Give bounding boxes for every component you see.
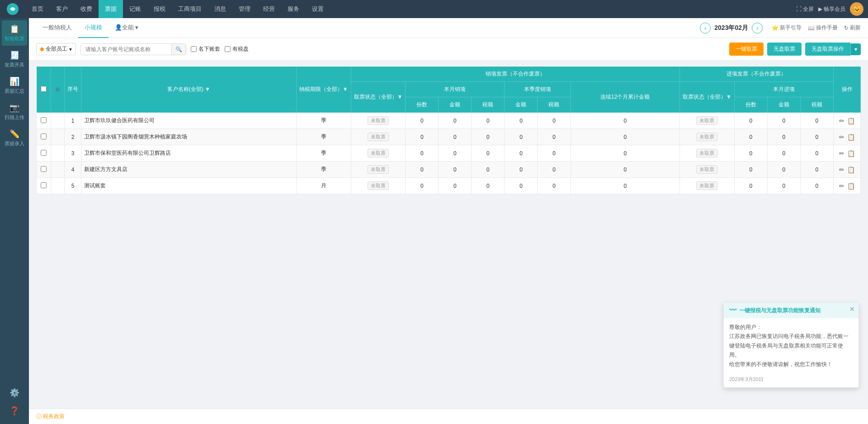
own-accounts-filter[interactable]: 名下账套 <box>191 45 220 53</box>
sidebar-item-smart-ticket[interactable]: 📋 智能取票 <box>2 20 27 46</box>
select-all-checkbox[interactable] <box>41 86 47 92</box>
row-view-icon[interactable]: 📋 <box>847 133 855 141</box>
row-checkbox-4[interactable] <box>41 182 47 188</box>
tab-all-capable[interactable]: 👤 全能 ▾ <box>108 18 145 38</box>
row-checkbox-1[interactable] <box>41 133 47 139</box>
row-purchase-month-tax: 0 <box>800 129 833 145</box>
own-accounts-checkbox[interactable] <box>191 46 197 52</box>
member-button[interactable]: ▶ 畅享会员 <box>818 5 845 13</box>
th-purchase-status[interactable]: 取票状态（全部）▼ <box>679 82 734 113</box>
row-purchase-month-tax: 0 <box>800 113 833 129</box>
row-settings-cell <box>51 113 65 129</box>
tax-policy-link[interactable]: ⓘ 税务政策 <box>36 413 65 419</box>
row-sales-month-tax: 0 <box>472 129 505 145</box>
smart-ticket-icon: 📋 <box>9 24 19 34</box>
refresh-link[interactable]: ↻ 刷新 <box>844 24 861 32</box>
search-input[interactable] <box>81 44 171 55</box>
date-navigator: ‹ 2023年02月 › <box>700 23 763 33</box>
sidebar-item-settings[interactable]: ⚙️ <box>2 384 27 401</box>
member-icon: ▶ <box>818 6 822 12</box>
row-purchase-month-amount: 0 <box>767 178 800 194</box>
row-view-icon[interactable]: 📋 <box>847 166 855 173</box>
employee-filter[interactable]: 全部员工 ▾ <box>36 43 76 55</box>
nav-messages[interactable]: 消息 <box>208 0 232 18</box>
has-tax-disk-filter[interactable]: 有税盘 <box>225 45 249 53</box>
table-settings-icon[interactable]: ⚙ <box>55 86 60 93</box>
row-checkbox-2[interactable] <box>41 150 47 156</box>
nav-tickets[interactable]: 票据 <box>99 0 123 18</box>
sidebar-item-invoice-summary[interactable]: 📊 票据汇总 <box>2 73 27 98</box>
sidebar-item-help[interactable]: ❓ <box>2 402 27 419</box>
th-actions: 操作 <box>834 67 861 113</box>
nav-operations[interactable]: 经营 <box>257 0 281 18</box>
sidebar-item-invoice-open[interactable]: 🧾 发票开具 <box>2 47 27 72</box>
row-edit-icon[interactable]: ✏ <box>839 182 844 190</box>
row-purchase-status: 未取票 <box>679 145 734 162</box>
row-edit-icon[interactable]: ✏ <box>839 150 844 157</box>
row-sales-month-amount: 0 <box>439 178 472 194</box>
sidebar-item-scan-upload[interactable]: 📷 扫描上传 <box>2 99 27 124</box>
row-purchase-month-amount: 0 <box>767 162 800 178</box>
tab-small-scale[interactable]: 小规模 <box>78 18 108 38</box>
th-tax-period[interactable]: 纳税期限（全部）▼ <box>296 67 351 113</box>
row-sales-month-tax: 0 <box>472 178 505 194</box>
sub-tabs-bar: 一般纳税人 小规模 👤 全能 ▾ ‹ 2023年02月 › ⭐ 新手引导 📖 操… <box>29 18 868 38</box>
row-edit-icon[interactable]: ✏ <box>839 133 844 141</box>
user-avatar[interactable]: 🐱 <box>850 2 863 16</box>
new-guide-icon: ⭐ <box>772 25 778 31</box>
date-prev-button[interactable]: ‹ <box>700 23 711 33</box>
row-purchase-month-amount: 0 <box>767 145 800 162</box>
row-purchase-status: 未取票 <box>679 178 734 194</box>
nav-tax[interactable]: 报税 <box>147 0 172 18</box>
search-button[interactable]: 🔍 <box>171 44 186 55</box>
nav-business[interactable]: 工商项目 <box>172 0 208 18</box>
row-actions-cell: ✏ 📋 <box>834 113 861 129</box>
no-disk-ops-dropdown-button[interactable]: ▾ <box>850 43 861 55</box>
app-logo <box>5 1 21 17</box>
nav-billing[interactable]: 收费 <box>74 0 99 18</box>
has-tax-disk-checkbox[interactable] <box>225 46 231 52</box>
row-actions-cell: ✏ 📋 <box>834 145 861 162</box>
row-purchase-status: 未取票 <box>679 129 734 145</box>
th-client-name[interactable]: 客户名称(全部) ▼ <box>81 67 297 113</box>
nav-settings[interactable]: 设置 <box>306 0 330 18</box>
nav-services[interactable]: 服务 <box>281 0 306 18</box>
row-checkbox-3[interactable] <box>41 166 47 172</box>
row-sales-quarter-amount: 0 <box>505 129 538 145</box>
row-purchase-month-count: 0 <box>734 162 767 178</box>
th-sales-status[interactable]: 取票状态（全部）▼ <box>351 82 406 113</box>
nav-clients[interactable]: 客户 <box>50 0 74 18</box>
row-view-icon[interactable]: 📋 <box>847 150 855 157</box>
sidebar: 📋 智能取票 🧾 发票开具 📊 票据汇总 📷 扫描上传 ✏️ 票据录入 ⚙️ ❓ <box>0 18 29 424</box>
row-purchase-month-tax: 0 <box>800 145 833 162</box>
row-edit-icon[interactable]: ✏ <box>839 166 844 173</box>
tab-all-dropdown-icon: ▾ <box>135 24 138 31</box>
row-edit-icon[interactable]: ✏ <box>839 117 844 124</box>
tab-general-taxpayer[interactable]: 一般纳税人 <box>36 18 78 38</box>
row-sales-month-count: 0 <box>406 145 439 162</box>
date-next-button[interactable]: › <box>752 23 763 33</box>
new-guide-link[interactable]: ⭐ 新手引导 <box>772 24 802 32</box>
fullscreen-button[interactable]: ⛶ 全屏 <box>796 5 814 13</box>
row-cumulative: 0 <box>571 178 679 194</box>
row-sales-month-count: 0 <box>406 162 439 178</box>
row-checkbox-0[interactable] <box>41 117 47 123</box>
row-purchase-month-count: 0 <box>734 145 767 162</box>
no-disk-ticket-button[interactable]: 无盘取票 <box>767 43 802 56</box>
notification-popup: ✕ 〰 一键报税与无盘取票功能恢复通知 尊敬的用户： 江苏政务网已恢复访问电子税… <box>723 302 859 388</box>
popup-close-button[interactable]: ✕ <box>849 305 855 313</box>
nav-accounting[interactable]: 记账 <box>123 0 147 18</box>
row-view-icon[interactable]: 📋 <box>847 182 855 190</box>
one-key-ticket-button[interactable]: 一键取票 <box>729 43 764 56</box>
no-disk-ops-main-button[interactable]: 无盘取票操作 <box>805 43 850 56</box>
row-client-name: 卫辉市玖玖健合医药有限公司 <box>81 113 297 129</box>
table-row: 3 卫辉市保和堂医药有限公司卫辉路店 季 未取票 0 0 0 0 0 0 未取票… <box>37 145 861 162</box>
row-purchase-status: 未取票 <box>679 113 734 129</box>
row-purchase-month-count: 0 <box>734 113 767 129</box>
nav-home[interactable]: 首页 <box>25 0 50 18</box>
row-client-name: 卫辉市汲水镇下园阁香烟营木种植家庭农场 <box>81 129 297 145</box>
row-view-icon[interactable]: 📋 <box>847 117 855 124</box>
manual-link[interactable]: 📖 操作手册 <box>808 24 838 32</box>
sidebar-item-invoice-entry[interactable]: ✏️ 票据录入 <box>2 125 27 151</box>
nav-manage[interactable]: 管理 <box>232 0 257 18</box>
